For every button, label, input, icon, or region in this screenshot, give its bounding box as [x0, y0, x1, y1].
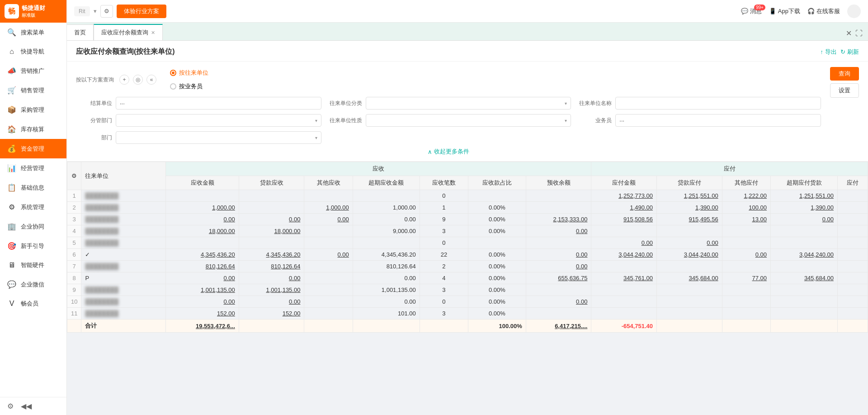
partner-name-input[interactable]: [615, 97, 821, 110]
table-cell[interactable]: 345,761.00: [591, 272, 657, 284]
table-cell[interactable]: 152.00: [239, 308, 304, 320]
query-button[interactable]: 查询: [830, 67, 859, 81]
table-cell[interactable]: 77.00: [722, 272, 770, 284]
summary-recv-amt[interactable]: 19,553,472,6...: [166, 320, 239, 333]
table-cell[interactable]: 0.00: [239, 214, 304, 225]
table-cell[interactable]: 345,684.00: [657, 272, 722, 284]
sidebar-item-marketing[interactable]: 📣 营销推广: [0, 61, 66, 81]
table-cell[interactable]: 3,044,240.00: [591, 249, 657, 261]
table-cell[interactable]: 0.00: [304, 214, 353, 225]
table-cell[interactable]: 100.00: [722, 202, 770, 214]
scheme-by-partner[interactable]: 按往来单位: [165, 67, 213, 79]
tab-query[interactable]: 应收应付余额查询 ✕: [94, 24, 163, 40]
table-cell[interactable]: 1,490.00: [591, 202, 657, 214]
col-overdue-pay: 超期应付货款: [771, 176, 838, 190]
table-cell[interactable]: 915,508.56: [591, 214, 657, 225]
sidebar-item-search[interactable]: 🔍 搜索菜单: [0, 23, 66, 42]
table-cell[interactable]: 0.00: [166, 272, 239, 284]
refresh-button[interactable]: ↻ 刷新: [840, 48, 859, 56]
edit-scheme-icon[interactable]: ◎: [133, 75, 143, 85]
sidebar-item-collab[interactable]: 🏢 企业协同: [0, 217, 66, 236]
table-cell[interactable]: 0.00: [526, 225, 591, 237]
add-scheme-icon[interactable]: +: [119, 75, 129, 85]
salesperson-input[interactable]: ···: [615, 114, 821, 127]
export-button[interactable]: ↑ 导出: [821, 48, 837, 56]
window-maximize-icon[interactable]: ⛶: [855, 29, 863, 38]
table-cell[interactable]: 3,044,240.00: [657, 249, 722, 261]
collapse-more-conditions[interactable]: ∧ 收起更多条件: [76, 148, 821, 156]
table-cell[interactable]: 0.00: [591, 237, 657, 249]
table-cell[interactable]: 0.00: [657, 237, 722, 249]
table-cell[interactable]: 18,000.00: [239, 225, 304, 237]
sidebar-item-quicknav[interactable]: ⌂ 快捷导航: [0, 42, 66, 61]
table-cell[interactable]: 810,126.64: [239, 261, 304, 272]
dept-manage-input[interactable]: ▾: [116, 114, 321, 127]
table-cell[interactable]: 1,251,551.00: [657, 190, 722, 202]
table-cell[interactable]: 0.00: [166, 296, 239, 308]
collapse-footer-icon[interactable]: ◀◀: [21, 402, 32, 410]
table-cell[interactable]: 1,252,773.00: [591, 190, 657, 202]
table-cell[interactable]: 0.00: [304, 249, 353, 261]
sidebar-item-sales[interactable]: 🛒 销售管理: [0, 81, 66, 100]
promo-button[interactable]: 体验行业方案: [117, 5, 166, 18]
table-cell[interactable]: 0.00: [239, 296, 304, 308]
sidebar-item-guide[interactable]: 🎯 新手引导: [0, 236, 66, 256]
table-cell[interactable]: 1,001,135.00: [239, 284, 304, 296]
sidebar-item-purchase[interactable]: 📦 采购管理: [0, 100, 66, 119]
table-cell[interactable]: 1,000.00: [304, 202, 353, 214]
user-avatar[interactable]: [847, 5, 861, 18]
table-cell[interactable]: 0.00: [239, 272, 304, 284]
sidebar-item-hardware[interactable]: 🖥 智能硬件: [0, 256, 66, 275]
table-cell[interactable]: 0.00: [722, 249, 770, 261]
sidebar-item-wechat[interactable]: 💬 企业微信: [0, 275, 66, 294]
table-cell: [771, 237, 838, 249]
table-cell: [722, 237, 770, 249]
online-service-button[interactable]: 🎧 在线客服: [807, 7, 840, 15]
table-cell[interactable]: 13.00: [722, 214, 770, 225]
table-cell[interactable]: 810,126.64: [166, 261, 239, 272]
table-cell[interactable]: 1,251,551.00: [771, 190, 838, 202]
table-cell[interactable]: 1,222.00: [722, 190, 770, 202]
table-cell[interactable]: 2,153,333.00: [526, 214, 591, 225]
table-cell[interactable]: 18,000.00: [166, 225, 239, 237]
table-cell[interactable]: 0.00: [771, 214, 838, 225]
table-cell[interactable]: 0.00: [526, 261, 591, 272]
col-gear[interactable]: ⚙: [67, 162, 81, 190]
table-cell[interactable]: 4,345,436.20: [166, 249, 239, 261]
settings-footer-icon[interactable]: ⚙: [7, 402, 14, 410]
delete-scheme-icon[interactable]: «: [146, 75, 156, 85]
table-cell[interactable]: 0.00: [526, 296, 591, 308]
messages-button[interactable]: 💬 消息 99+: [741, 7, 762, 15]
tab-close-icon[interactable]: ✕: [151, 30, 155, 36]
table-cell[interactable]: 1,390.00: [657, 202, 722, 214]
summary-prepay-bal[interactable]: 6,417,215....: [526, 320, 591, 333]
tab-home[interactable]: 首页: [67, 24, 94, 40]
table-cell[interactable]: 1,000.00: [166, 202, 239, 214]
table-cell[interactable]: 1,390.00: [771, 202, 838, 214]
sidebar-item-vip[interactable]: V 畅会员: [0, 294, 66, 313]
table-cell[interactable]: 345,684.00: [771, 272, 838, 284]
settlement-unit-input[interactable]: ···: [116, 97, 321, 110]
window-close-icon[interactable]: ✕: [846, 29, 852, 38]
sidebar-item-system[interactable]: ⚙ 系统管理: [0, 197, 66, 217]
table-cell[interactable]: 4,345,436.20: [239, 249, 304, 261]
table-cell[interactable]: 915,495.56: [657, 214, 722, 225]
table-cell[interactable]: 0.00: [526, 249, 591, 261]
app-download-button[interactable]: 📱 App下载: [769, 7, 800, 15]
settings-button[interactable]: ⚙: [100, 5, 113, 18]
partner-category-input[interactable]: ▾: [366, 97, 571, 110]
table-cell[interactable]: 655,636.75: [526, 272, 591, 284]
sidebar-item-base[interactable]: 📋 基础信息: [0, 178, 66, 197]
sidebar-item-funds[interactable]: 💰 资金管理: [0, 139, 66, 158]
table-cell[interactable]: 3,044,240.00: [771, 249, 838, 261]
partner-nature-input[interactable]: ▾: [366, 114, 571, 127]
sidebar-item-operations[interactable]: 📊 经营管理: [0, 158, 66, 178]
sidebar-item-inventory[interactable]: 🏠 库存核算: [0, 119, 66, 139]
dept-input[interactable]: ▾: [116, 131, 321, 144]
field-settlement-unit: 结算单位 ···: [76, 97, 321, 110]
set-button[interactable]: 设置: [830, 83, 859, 98]
table-cell[interactable]: 1,001,135.00: [166, 284, 239, 296]
table-cell[interactable]: 0.00: [166, 214, 239, 225]
table-cell[interactable]: 152.00: [166, 308, 239, 320]
scheme-by-salesperson[interactable]: 按业务员: [165, 81, 213, 92]
